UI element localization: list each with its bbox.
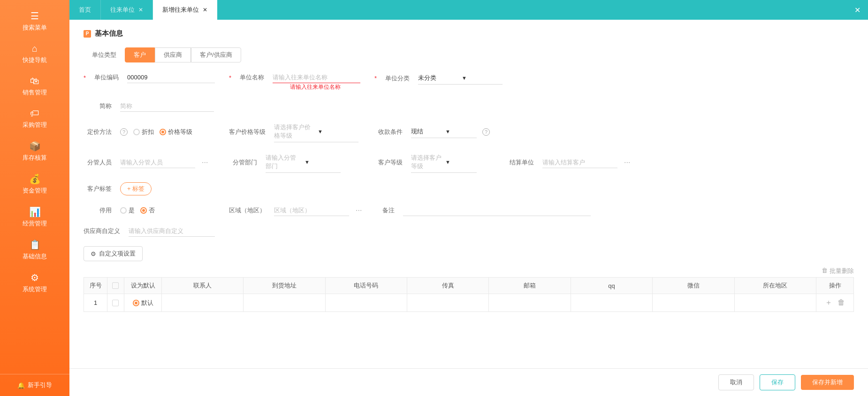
- sidebar-item-sales[interactable]: 🛍 销售管理: [0, 70, 69, 102]
- sidebar-item-finance-label: 资金管理: [23, 186, 47, 195]
- remark-input[interactable]: [403, 205, 591, 216]
- sidebar-item-inventory-label: 库存核算: [23, 154, 47, 162]
- page-footer: 取消 保存 保存并新增: [69, 368, 868, 396]
- qq-input[interactable]: [576, 299, 647, 306]
- region-dots-btn[interactable]: ···: [356, 206, 362, 215]
- row-default-radio[interactable]: 默认: [129, 299, 157, 307]
- address-input[interactable]: [248, 299, 320, 306]
- cell-address[interactable]: [244, 294, 325, 312]
- unit-type-field: 单位类型 客户 供应商 客户/供应商: [84, 47, 241, 62]
- tab-counterpart[interactable]: 往来单位 ✕: [101, 0, 153, 20]
- settlement-field: 结算单位 ···: [506, 157, 630, 168]
- sidebar-item-finance[interactable]: 💰 资金管理: [0, 168, 69, 201]
- tab-counterpart-close[interactable]: ✕: [138, 7, 143, 13]
- delete-row-btn[interactable]: 🗑: [836, 298, 847, 306]
- add-row-btn[interactable]: ＋: [823, 298, 834, 306]
- sidebar-item-system[interactable]: ⚙ 系统管理: [0, 266, 69, 299]
- fax-input[interactable]: [412, 299, 484, 306]
- tags-label: 客户标签: [84, 185, 112, 193]
- location-input[interactable]: [739, 299, 811, 306]
- cell-phone[interactable]: [325, 294, 407, 312]
- pricing-help-icon[interactable]: ?: [120, 128, 128, 136]
- tab-new-counterpart-close[interactable]: ✕: [203, 7, 207, 13]
- wechat-input[interactable]: [657, 299, 729, 306]
- price-level-chevron-icon: ▼: [318, 129, 358, 134]
- cell-location[interactable]: [734, 294, 816, 312]
- tab-new-counterpart[interactable]: 新增往来单位 ✕: [153, 0, 217, 20]
- customer-level-select[interactable]: 请选择客户等级 ▼: [411, 152, 477, 173]
- save-button[interactable]: 保存: [760, 374, 795, 390]
- guide-icon: 🔔: [17, 382, 25, 389]
- radio-price-level-circle: [160, 129, 166, 135]
- cell-email[interactable]: [489, 294, 571, 312]
- email-input[interactable]: [494, 299, 565, 306]
- unit-code-label: 单位编码: [91, 73, 119, 82]
- manager-dots-btn[interactable]: ···: [202, 158, 208, 167]
- supplier-custom-label: 供应商自定义: [84, 227, 120, 235]
- add-tag-btn[interactable]: + 标签: [120, 182, 152, 195]
- cell-qq[interactable]: [571, 294, 652, 312]
- customer-price-level-select[interactable]: 请选择客户价格等级 ▼: [274, 121, 358, 142]
- col-address: 到货地址: [244, 278, 325, 294]
- radio-yes[interactable]: 是: [120, 206, 135, 215]
- cell-fax[interactable]: [407, 294, 489, 312]
- tab-bar: 首页 往来单位 ✕ 新增往来单位 ✕ ✕: [69, 0, 868, 20]
- sidebar-item-basic[interactable]: 📋 基础信息: [0, 233, 69, 266]
- payment-help-icon[interactable]: ?: [482, 128, 490, 136]
- row-checkbox[interactable]: [112, 300, 119, 306]
- customer-price-level-field: 客户价格等级 请选择客户价格等级 ▼: [229, 121, 360, 142]
- radio-discount[interactable]: 折扣: [133, 128, 154, 136]
- phone-input[interactable]: [330, 299, 402, 306]
- payment-terms-select[interactable]: 现结 ▼: [411, 125, 477, 138]
- sidebar-item-inventory[interactable]: 📦 库存核算: [0, 135, 69, 168]
- close-all-tabs[interactable]: ✕: [847, 6, 868, 15]
- disabled-row: 停用 是 否 区域（地区） ···: [84, 205, 854, 216]
- select-all-checkbox[interactable]: [112, 282, 119, 289]
- radio-price-level[interactable]: 价格等级: [160, 128, 192, 136]
- col-qq: qq: [571, 278, 652, 294]
- sidebar-item-quick-nav[interactable]: ⌂ 快捷导航: [0, 38, 69, 70]
- department-select[interactable]: 请输入分管部门 ▼: [266, 152, 341, 173]
- sidebar-item-search[interactable]: ☰ 搜索菜单: [0, 5, 69, 38]
- unit-name-field-wrap: * 单位名称 请输入往来单位名称: [229, 72, 360, 91]
- cell-contact[interactable]: [162, 294, 244, 312]
- custom-settings-btn[interactable]: ⚙ 自定义项设置: [84, 246, 143, 261]
- settlement-dots-btn[interactable]: ···: [624, 158, 630, 167]
- settings-gear-icon: ⚙: [91, 250, 96, 257]
- short-name-input[interactable]: [120, 101, 214, 112]
- unit-code-input[interactable]: [127, 72, 215, 83]
- unit-type-both-btn[interactable]: 客户/供应商: [191, 47, 241, 62]
- purchase-icon: 🏷: [30, 108, 39, 119]
- unit-type-supplier-btn[interactable]: 供应商: [155, 47, 191, 62]
- payment-terms-field: 收款条件 现结 ▼ ?: [374, 125, 506, 138]
- department-field: 分管部门 请输入分管部门 ▼: [229, 152, 360, 173]
- col-seq: 序号: [84, 278, 107, 294]
- col-wechat: 微信: [653, 278, 734, 294]
- page-content: P 基本信息 单位类型 客户 供应商 客户/供应商 * 单位编码: [69, 20, 868, 368]
- save-new-button[interactable]: 保存并新增: [801, 375, 854, 390]
- radio-yes-circle: [120, 207, 127, 214]
- customer-price-level-label: 客户价格等级: [229, 128, 266, 136]
- unit-category-select[interactable]: 未分类 ▼: [418, 72, 503, 85]
- cancel-button[interactable]: 取消: [718, 374, 754, 390]
- cell-wechat[interactable]: [653, 294, 734, 312]
- radio-no[interactable]: 否: [140, 206, 155, 215]
- sidebar-item-guide[interactable]: 🔔 新手引导: [0, 374, 69, 396]
- sidebar-item-purchase[interactable]: 🏷 采购管理: [0, 102, 69, 135]
- batch-delete-btn[interactable]: 🗑 批量删除: [84, 267, 854, 275]
- sidebar-item-operation[interactable]: 📊 经营管理: [0, 201, 69, 233]
- manager-input[interactable]: [120, 157, 195, 168]
- contact-input[interactable]: [167, 299, 238, 306]
- region-input[interactable]: [274, 205, 349, 216]
- settlement-input[interactable]: [542, 157, 617, 168]
- supplier-custom-input[interactable]: [129, 225, 215, 237]
- tab-home[interactable]: 首页: [69, 0, 101, 20]
- code-name-category-row: * 单位编码 * 单位名称 请输入往来单位名称 * 单位分类: [84, 72, 854, 91]
- radio-discount-circle: [133, 129, 140, 135]
- section-icon: P: [84, 30, 91, 38]
- unit-code-required: *: [84, 74, 86, 81]
- unit-type-customer-btn[interactable]: 客户: [125, 47, 155, 62]
- manager-field: 分管人员 ···: [84, 157, 215, 168]
- inventory-icon: 📦: [29, 140, 41, 152]
- unit-name-input[interactable]: [273, 72, 360, 83]
